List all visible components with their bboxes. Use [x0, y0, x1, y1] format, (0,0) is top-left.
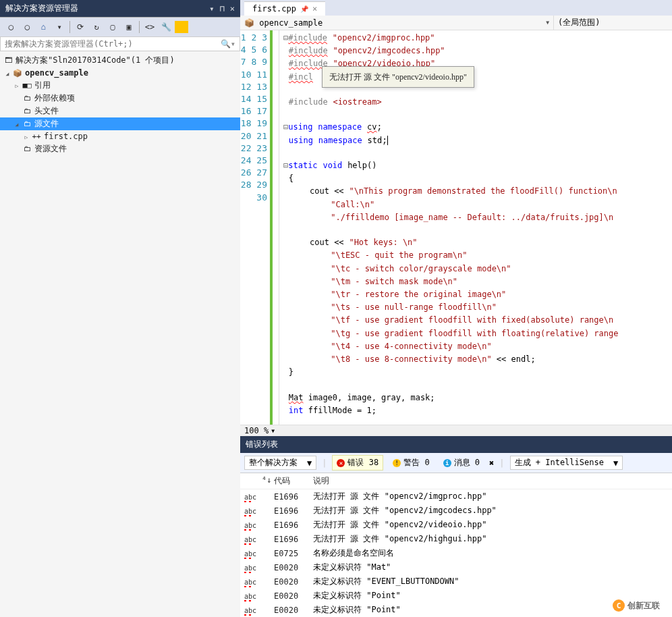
- code-nav-bar: 📦 opencv_sample ▼ (全局范围): [240, 16, 672, 30]
- abc-icon: abc: [244, 536, 256, 543]
- editor-panel: first.cpp 📌 × 📦 opencv_sample ▼ (全局范围) 1…: [240, 0, 672, 617]
- folder-icon: 🗀: [22, 106, 32, 117]
- abc-icon: abc: [244, 493, 256, 501]
- zoom-level[interactable]: 100 %: [244, 426, 269, 435]
- line-numbers: 1 2 3 4 5 6 7 8 9 10 11 12 13 14 15 16 1…: [240, 30, 270, 425]
- expand-icon[interactable]: [3, 70, 12, 77]
- folder-icon: 🗀: [22, 119, 32, 130]
- project-icon: 📦: [12, 68, 23, 78]
- solution-node[interactable]: 🗔 解决方案"Sln20170314Code"(1 个项目): [0, 54, 240, 67]
- solution-tree: 🗔 解决方案"Sln20170314Code"(1 个项目) 📦 opencv_…: [0, 51, 240, 617]
- code-content[interactable]: ⊟#include "opencv2/imgproc.hpp" #include…: [279, 30, 672, 425]
- error-tooltip: 无法打开 源 文件 "opencv2/videoio.hpp": [322, 66, 474, 88]
- resources-node[interactable]: 🗀 资源文件: [0, 142, 240, 155]
- wrench-icon[interactable]: [175, 21, 188, 33]
- warning-icon: !: [393, 459, 401, 467]
- scope-dropdown[interactable]: (全局范围): [554, 16, 672, 30]
- references-node[interactable]: ■□ 引用: [0, 79, 240, 92]
- forward-icon[interactable]: ◯: [20, 20, 34, 34]
- external-deps-node[interactable]: 🗀 外部依赖项: [0, 92, 240, 105]
- chevron-down-icon: ▼: [546, 20, 549, 26]
- collapse-icon[interactable]: ▣: [121, 20, 136, 34]
- error-row[interactable]: abcE0020未定义标识符 "Point": [240, 603, 672, 617]
- file-first-cpp[interactable]: ++ first.cpp: [0, 130, 240, 142]
- col-desc[interactable]: 说明: [313, 475, 668, 487]
- expand-icon[interactable]: [12, 120, 22, 128]
- messages-filter[interactable]: i 消息 0: [439, 456, 484, 470]
- project-node[interactable]: 📦 opencv_sample: [0, 67, 240, 79]
- watermark-logo: C: [613, 599, 625, 612]
- pin-icon[interactable]: 📌: [300, 5, 308, 13]
- cpp-file-icon: ++: [31, 131, 42, 142]
- error-columns: ⁴↓ 代码 说明: [240, 473, 672, 489]
- abc-icon: abc: [244, 564, 256, 572]
- info-icon: i: [443, 459, 451, 467]
- scope-dropdown[interactable]: 整个解决方案 ▼: [244, 456, 316, 470]
- errors-filter[interactable]: ✕ 错误 38: [332, 455, 383, 471]
- zoom-bar: 100 % ▼: [240, 425, 672, 436]
- error-row[interactable]: abcE1696无法打开 源 文件 "opencv2/highgui.hpp": [240, 532, 672, 546]
- properties-icon[interactable]: 🔧: [159, 20, 173, 34]
- code-outline[interactable]: [270, 30, 279, 425]
- expand-icon[interactable]: [22, 133, 31, 140]
- error-row[interactable]: abcE0020未定义标识符 "EVENT_LBUTTONDOWN": [240, 574, 672, 589]
- refresh-icon[interactable]: ↻: [89, 20, 104, 34]
- error-row[interactable]: abcE0725名称必须是命名空间名: [240, 546, 672, 560]
- headers-node[interactable]: 🗀 头文件: [0, 105, 240, 117]
- error-row[interactable]: abcE0020未定义标识符 "Mat": [240, 560, 672, 574]
- pin-icon[interactable]: ⊓: [220, 4, 225, 14]
- folder-icon: 🗀: [22, 144, 32, 155]
- error-row[interactable]: abcE1696无法打开 源 文件 "opencv2/imgproc.hpp": [240, 489, 672, 504]
- expand-icon[interactable]: [12, 82, 22, 89]
- search-input[interactable]: [5, 39, 221, 49]
- references-icon: ■□: [22, 80, 32, 91]
- error-list-header: 错误列表: [240, 436, 672, 453]
- abc-icon: abc: [244, 522, 256, 529]
- solution-explorer-header: 解决方案资源管理器 ▾ ⊓ ×: [0, 0, 240, 17]
- chevron-down-icon: ▼: [613, 458, 618, 468]
- dropdown-icon[interactable]: ▾: [52, 20, 67, 34]
- project-dropdown[interactable]: 📦 opencv_sample ▼: [240, 16, 554, 30]
- solution-icon: 🗔: [3, 55, 13, 66]
- watermark: C 创新互联: [613, 599, 660, 612]
- col-code[interactable]: 代码: [274, 475, 313, 487]
- error-row[interactable]: abcE0020未定义标识符 "Point": [240, 589, 672, 603]
- back-icon[interactable]: ◯: [3, 20, 18, 34]
- chevron-down-icon[interactable]: ▼: [271, 428, 275, 434]
- build-intellisense-dropdown[interactable]: 生成 + IntelliSense ▼: [510, 456, 623, 470]
- dropdown-icon[interactable]: ▾: [209, 4, 214, 14]
- sort-icon[interactable]: ⁴↓: [262, 475, 274, 487]
- error-row[interactable]: abcE1696无法打开 源 文件 "opencv2/imgcodecs.hpp…: [240, 504, 672, 518]
- close-icon[interactable]: ×: [230, 4, 235, 14]
- error-list-panel: 错误列表 整个解决方案 ▼ | ✕ 错误 38 ! 警告 0 i 消息 0: [240, 436, 672, 617]
- tab-bar: first.cpp 📌 ×: [240, 0, 672, 16]
- solution-search[interactable]: 🔍▾: [0, 36, 240, 51]
- code-icon[interactable]: <>: [142, 20, 157, 34]
- folder-icon: 🗀: [22, 93, 32, 104]
- abc-icon: abc: [244, 508, 256, 515]
- clear-icon[interactable]: ✖: [489, 458, 494, 468]
- abc-icon: abc: [244, 550, 256, 558]
- abc-icon: abc: [244, 607, 256, 614]
- sources-node[interactable]: 🗀 源文件: [0, 117, 240, 130]
- panel-title: 解决方案资源管理器: [5, 3, 78, 14]
- code-editor[interactable]: 1 2 3 4 5 6 7 8 9 10 11 12 13 14 15 16 1…: [240, 30, 672, 425]
- abc-icon: abc: [244, 593, 256, 600]
- search-icon[interactable]: 🔍▾: [221, 39, 235, 49]
- close-icon[interactable]: ×: [312, 4, 317, 14]
- error-rows: abcE1696无法打开 源 文件 "opencv2/imgproc.hpp"a…: [240, 489, 672, 617]
- home-icon[interactable]: ⌂: [36, 20, 51, 34]
- solution-toolbar: ◯ ◯ ⌂ ▾ ⟳ ↻ ▢ ▣ <> 🔧: [0, 17, 240, 36]
- warnings-filter[interactable]: ! 警告 0: [389, 456, 433, 470]
- tab-first-cpp[interactable]: first.cpp 📌 ×: [244, 1, 325, 16]
- error-icon: ✕: [337, 459, 345, 467]
- show-all-icon[interactable]: ▢: [105, 20, 120, 34]
- error-toolbar: 整个解决方案 ▼ | ✕ 错误 38 ! 警告 0 i 消息 0 ✖ | 生成 …: [240, 453, 672, 473]
- sync-icon[interactable]: ⟳: [73, 20, 88, 34]
- chevron-down-icon: ▼: [307, 458, 312, 468]
- solution-explorer-panel: 解决方案资源管理器 ▾ ⊓ × ◯ ◯ ⌂ ▾ ⟳ ↻ ▢ ▣ <> 🔧 🔍▾ …: [0, 0, 240, 617]
- abc-icon: abc: [244, 579, 256, 586]
- error-row[interactable]: abcE1696无法打开 源 文件 "opencv2/videoio.hpp": [240, 518, 672, 532]
